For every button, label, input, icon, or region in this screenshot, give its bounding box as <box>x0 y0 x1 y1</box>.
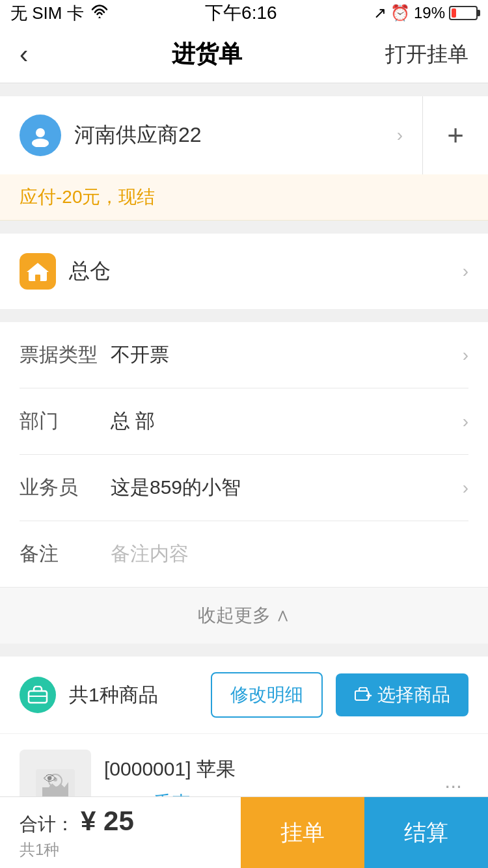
invoice-label: 票据类型 <box>20 342 98 368</box>
form-section: 票据类型 不开票 › 部门 总 部 › 业务员 这是859的小智 › 备注 备注… <box>0 322 488 587</box>
products-count: 共1种商品 <box>69 682 198 709</box>
collapse-label: 收起更多 ∧ <box>198 605 291 625</box>
edit-detail-button[interactable]: 修改明细 <box>211 672 323 718</box>
plus-icon: + <box>447 119 464 152</box>
wifi-icon <box>90 3 109 23</box>
products-header: 共1种商品 修改明细 选择商品 <box>0 657 488 733</box>
invoice-chevron-icon: › <box>463 345 468 366</box>
supplier-section: 河南供应商22 › + <box>0 96 488 174</box>
svg-point-1 <box>32 139 49 147</box>
notice-bar: 应付-20元，现结 <box>0 174 488 221</box>
product-code: [0000001] 苹果 <box>104 758 236 780</box>
select-product-label: 选择商品 <box>377 683 450 707</box>
sales-label: 业务员 <box>20 474 98 501</box>
invoice-type-row[interactable]: 票据类型 不开票 › <box>0 322 488 388</box>
svg-rect-4 <box>35 275 40 281</box>
remark-label: 备注 <box>20 541 98 567</box>
sales-chevron-icon: › <box>463 478 468 498</box>
add-supplier-button[interactable]: + <box>423 101 488 170</box>
nav-bar: ‹ 进货单 打开挂单 <box>0 26 488 83</box>
cart-icon <box>354 687 372 703</box>
svg-point-0 <box>36 128 45 137</box>
collapse-bar[interactable]: 收起更多 ∧ <box>0 587 488 644</box>
carrier-label: 无 SIM 卡 <box>10 2 84 25</box>
sales-value: 这是859的小智 <box>98 474 456 501</box>
open-pending-button[interactable]: 打开挂单 <box>385 40 468 69</box>
total-label: 合计： <box>20 812 74 837</box>
supplier-selector[interactable]: 河南供应商22 › <box>0 96 423 174</box>
page-title: 进货单 <box>172 38 242 70</box>
notice-text: 应付-20元，现结 <box>20 187 155 207</box>
alarm-icon: ⏰ <box>390 4 410 22</box>
location-icon: ↗ <box>373 4 386 22</box>
select-product-button[interactable]: 选择商品 <box>336 673 468 716</box>
svg-marker-3 <box>27 263 49 272</box>
warehouse-row[interactable]: 总仓 › <box>0 234 488 309</box>
back-button[interactable]: ‹ <box>20 40 28 69</box>
warehouse-icon <box>20 253 56 290</box>
svg-text:👁: 👁 <box>44 772 57 786</box>
status-time: 下午6:16 <box>205 1 277 25</box>
total-amount: ¥ 25 <box>81 806 134 837</box>
warehouse-name: 总仓 <box>69 257 456 286</box>
battery-icon <box>449 6 478 20</box>
dept-row[interactable]: 部门 总 部 › <box>0 388 488 454</box>
remark-input[interactable]: 备注内容 <box>98 541 468 567</box>
supplier-name: 河南供应商22 <box>74 121 390 150</box>
warehouse-chevron-icon: › <box>463 261 468 282</box>
dept-value: 总 部 <box>98 408 456 435</box>
hang-order-button[interactable]: 挂单 <box>241 797 364 868</box>
invoice-value: 不开票 <box>98 342 456 368</box>
remark-row[interactable]: 备注 备注内容 <box>0 521 488 587</box>
bottom-bar: 合计： ¥ 25 共1种 挂单 结算 <box>0 796 488 868</box>
status-left: 无 SIM 卡 <box>10 2 109 25</box>
sales-row[interactable]: 业务员 这是859的小智 › <box>0 455 488 521</box>
dept-label: 部门 <box>20 408 98 435</box>
total-sub: 共1种 <box>20 839 221 860</box>
dept-chevron-icon: › <box>463 411 468 432</box>
product-name: [0000001] 苹果 <box>104 756 425 783</box>
products-icon <box>20 677 56 713</box>
status-right: ↗ ⏰ 19% <box>373 4 478 22</box>
total-section: 合计： ¥ 25 共1种 <box>0 797 241 868</box>
supplier-avatar <box>20 115 61 156</box>
checkout-button[interactable]: 结算 <box>364 797 488 868</box>
status-bar: 无 SIM 卡 下午6:16 ↗ ⏰ 19% <box>0 0 488 26</box>
chevron-right-icon: › <box>397 125 403 146</box>
battery-percent: 19% <box>414 4 445 22</box>
